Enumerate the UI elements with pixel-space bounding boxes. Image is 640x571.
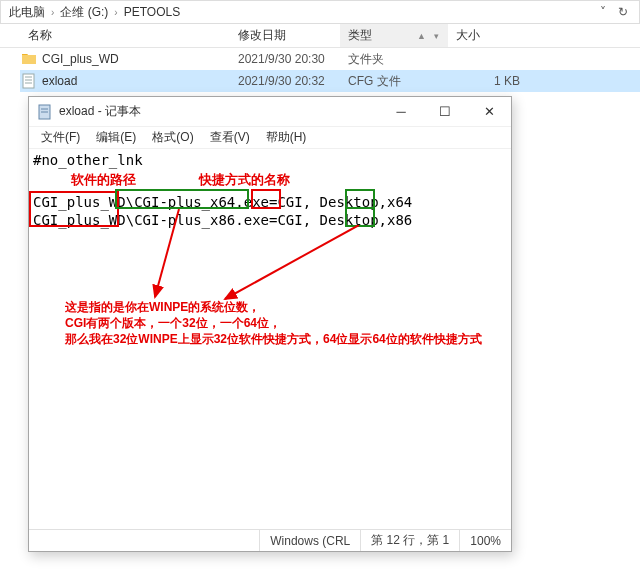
text-line: CGI_plus_WD\CGI-plus_x86.exe=CGI, Deskto… <box>33 211 507 229</box>
statusbar: Windows (CRL 第 12 行，第 1 100% <box>29 529 511 551</box>
status-encoding: Windows (CRL <box>259 530 360 551</box>
dropdown-icon[interactable]: ˅ <box>595 4 611 20</box>
column-label: 名称 <box>28 27 52 44</box>
breadcrumb: 此电脑 › 企维 (G:) › PETOOLS ˅ ↻ <box>0 0 640 24</box>
column-label: 大小 <box>456 27 480 44</box>
anno-label-shortcut: 快捷方式的名称 <box>199 171 290 189</box>
menu-view[interactable]: 查看(V) <box>202 127 258 148</box>
column-headers: 名称 修改日期 类型▲▾ 大小 <box>0 24 640 48</box>
text-line: #no_other_lnk <box>33 151 507 169</box>
sort-asc-icon: ▲ <box>417 31 426 41</box>
file-date: 2021/9/30 20:30 <box>230 52 340 66</box>
notepad-icon <box>37 104 53 120</box>
column-label: 修改日期 <box>238 27 286 44</box>
breadcrumb-part[interactable]: PETOOLS <box>124 5 180 19</box>
column-name[interactable]: 名称 <box>20 24 230 47</box>
folder-icon <box>20 50 38 68</box>
column-type[interactable]: 类型▲▾ <box>340 24 448 47</box>
file-row[interactable]: exload 2021/9/30 20:32 CFG 文件 1 KB <box>20 70 640 92</box>
arrow-icon <box>219 225 369 305</box>
anno-note: 这是指的是你在WINPE的系统位数， CGI有两个版本，一个32位，一个64位，… <box>65 299 482 347</box>
status-zoom: 100% <box>459 530 511 551</box>
file-name: exload <box>42 74 230 88</box>
column-date[interactable]: 修改日期 <box>230 24 340 47</box>
file-size: 1 KB <box>448 74 528 88</box>
menu-edit[interactable]: 编辑(E) <box>88 127 144 148</box>
notepad-window: exload - 记事本 ─ ☐ ✕ 文件(F) 编辑(E) 格式(O) 查看(… <box>28 96 512 552</box>
anno-note-line: CGI有两个版本，一个32位，一个64位， <box>65 315 482 331</box>
file-type: 文件夹 <box>340 51 448 68</box>
chevron-right-icon[interactable]: › <box>114 7 117 18</box>
anno-note-line: 那么我在32位WINPE上显示32位软件快捷方式，64位显示64位的软件快捷方式 <box>65 331 482 347</box>
menu-format[interactable]: 格式(O) <box>144 127 201 148</box>
breadcrumb-part[interactable]: 此电脑 <box>9 4 45 21</box>
status-position: 第 12 行，第 1 <box>360 530 459 551</box>
file-list: CGI_plus_WD 2021/9/30 20:30 文件夹 exload 2… <box>0 48 640 92</box>
file-type: CFG 文件 <box>340 73 448 90</box>
file-name: CGI_plus_WD <box>42 52 230 66</box>
breadcrumb-part[interactable]: 企维 (G:) <box>60 4 108 21</box>
file-date: 2021/9/30 20:32 <box>230 74 340 88</box>
close-button[interactable]: ✕ <box>467 97 511 127</box>
text-area[interactable]: #no_other_lnk CGI_plus_WD\CGI-plus_x64.e… <box>29 149 511 529</box>
refresh-icon[interactable]: ↻ <box>615 4 631 20</box>
anno-note-line: 这是指的是你在WINPE的系统位数， <box>65 299 482 315</box>
text-line: CGI_plus_WD\CGI-plus_x64.exe=CGI, Deskto… <box>33 193 507 211</box>
file-icon <box>20 72 38 90</box>
menubar: 文件(F) 编辑(E) 格式(O) 查看(V) 帮助(H) <box>29 127 511 149</box>
file-row[interactable]: CGI_plus_WD 2021/9/30 20:30 文件夹 <box>20 48 640 70</box>
dropdown-icon[interactable]: ▾ <box>434 31 439 41</box>
column-label: 类型 <box>348 27 372 44</box>
column-size[interactable]: 大小 <box>448 24 528 47</box>
maximize-button[interactable]: ☐ <box>423 97 467 127</box>
svg-rect-0 <box>23 74 34 88</box>
chevron-right-icon[interactable]: › <box>51 7 54 18</box>
titlebar[interactable]: exload - 记事本 ─ ☐ ✕ <box>29 97 511 127</box>
window-title: exload - 记事本 <box>59 103 141 120</box>
svg-line-8 <box>225 225 359 299</box>
menu-help[interactable]: 帮助(H) <box>258 127 315 148</box>
anno-label-path: 软件的路径 <box>71 171 136 189</box>
menu-file[interactable]: 文件(F) <box>33 127 88 148</box>
minimize-button[interactable]: ─ <box>379 97 423 127</box>
